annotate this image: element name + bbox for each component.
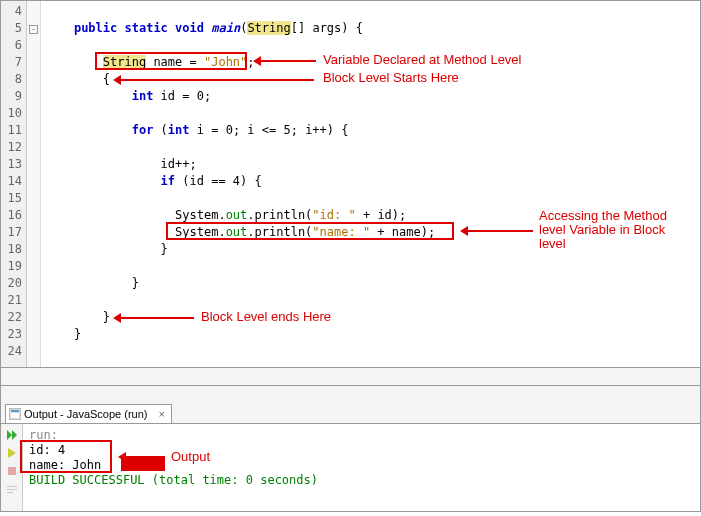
code-line: int id = 0; bbox=[45, 88, 700, 105]
output-tab-title: Output - JavaScope (run) bbox=[24, 408, 148, 420]
svg-rect-1 bbox=[11, 410, 19, 412]
output-line: run: bbox=[29, 428, 694, 443]
fold-minus-icon[interactable]: - bbox=[29, 25, 38, 34]
annotation: Variable Declared at Method Level bbox=[323, 53, 522, 67]
svg-rect-3 bbox=[8, 467, 16, 475]
code-line: } bbox=[45, 275, 700, 292]
code-line: id++; bbox=[45, 156, 700, 173]
stop-icon[interactable] bbox=[1, 464, 22, 482]
output-icon bbox=[9, 408, 21, 420]
annotation: Accessing the Method level Variable in B… bbox=[539, 209, 684, 251]
output-line: BUILD SUCCESSFUL (total time: 0 seconds) bbox=[29, 473, 694, 488]
output-toolbar bbox=[1, 424, 23, 511]
annotation: Output bbox=[171, 449, 210, 464]
code-line: } bbox=[45, 309, 700, 326]
output-tab[interactable]: Output - JavaScope (run) × bbox=[5, 404, 172, 423]
close-icon[interactable]: × bbox=[159, 408, 165, 420]
svg-rect-2 bbox=[11, 413, 19, 418]
code-editor[interactable]: 456789101112131415161718192021222324 - p… bbox=[0, 0, 701, 368]
output-text[interactable]: run: id: 4 name: John BUILD SUCCESSFUL (… bbox=[23, 424, 700, 511]
output-tabbar: Output - JavaScope (run) × bbox=[0, 386, 701, 424]
editor-statusbar bbox=[0, 368, 701, 386]
run-icon[interactable] bbox=[1, 446, 22, 464]
svg-rect-4 bbox=[7, 486, 17, 487]
svg-rect-5 bbox=[7, 489, 17, 490]
code-line: for (int i = 0; i <= 5; i++) { bbox=[45, 122, 700, 139]
code-line: if (id == 4) { bbox=[45, 173, 700, 190]
fold-column: - bbox=[27, 1, 41, 367]
svg-rect-6 bbox=[7, 492, 13, 493]
wrap-icon[interactable] bbox=[1, 482, 22, 500]
annotation: Block Level ends Here bbox=[201, 310, 331, 324]
output-line: id: 4 bbox=[29, 443, 694, 458]
code-line: } bbox=[45, 326, 700, 343]
code-area[interactable]: public static void main(String[] args) {… bbox=[41, 1, 700, 367]
output-line: name: John bbox=[29, 458, 694, 473]
line-gutter: 456789101112131415161718192021222324 bbox=[1, 1, 27, 367]
annotation: Block Level Starts Here bbox=[323, 71, 459, 85]
output-pane: run: id: 4 name: John BUILD SUCCESSFUL (… bbox=[0, 424, 701, 512]
rerun-icon[interactable] bbox=[1, 428, 22, 446]
code-line: public static void main(String[] args) { bbox=[45, 20, 700, 37]
